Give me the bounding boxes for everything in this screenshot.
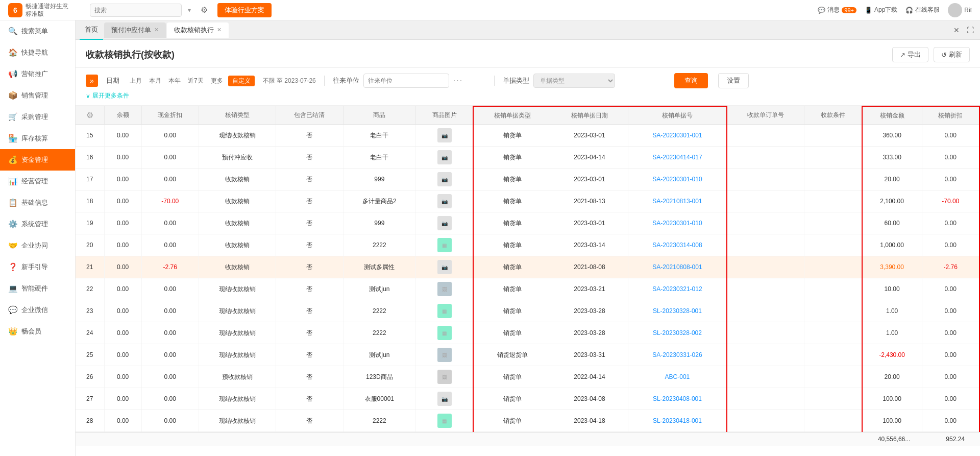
chevron-down-icon: ▾ [188,7,191,14]
tab-verify[interactable]: 收款核销执行 ✕ [167,22,229,38]
product-image: 📷 [437,392,452,406]
tab-bar-actions: ✕ ⛶ [951,25,976,35]
cell-collection-order [727,212,804,234]
party-input[interactable] [363,74,449,88]
table-footer: 40,556,66... 952.24 [76,432,980,446]
cell-cash-discount: 0.00 [141,234,199,256]
tab-close-window-button[interactable]: ✕ [951,25,962,35]
date-more-btn[interactable]: 更多 [209,76,225,86]
date-range-display: 不限 至 2023-07-26 [263,77,316,85]
bill-no-link[interactable]: SL-20230328-001 [653,307,702,315]
refresh-button[interactable]: ↺ 刷新 [934,47,970,62]
cell-bill-no: SA-20230301-010 [628,212,727,234]
sidebar-item-management[interactable]: 📊 经营管理 [0,171,75,192]
sidebar-item-basic-info[interactable]: 📋 基础信息 [0,192,75,213]
sidebar-item-marketing[interactable]: 📢 营销推广 [0,63,75,85]
bill-no-link[interactable]: ABC-001 [665,373,690,380]
date-7days-btn[interactable]: 近7天 [186,76,206,86]
tab-close-active-icon[interactable]: ✕ [217,27,222,33]
filter-toggle-button[interactable]: » [86,75,98,87]
date-this-year-btn[interactable]: 本年 [166,76,183,86]
online-service-button[interactable]: 🎧 在线客服 [905,6,940,14]
data-table: ⚙ 余额 现金折扣 核销类型 包含已结清 商品 商品图片 核销单据类型 核销单据… [76,106,980,432]
collab-icon: 🤝 [8,241,17,250]
message-button[interactable]: 💬 消息 99+ [818,6,856,14]
expand-more-button[interactable]: ∨ 展开更多条件 [86,91,970,100]
date-this-month-btn[interactable]: 本月 [147,76,163,86]
bill-type-select[interactable]: 单据类型 [533,74,615,88]
app-download-button[interactable]: 📱 App下载 [865,6,897,14]
bill-no-link[interactable]: SA-20230414-017 [652,154,702,161]
cell-collection-condition [804,322,862,344]
member-icon: 👑 [8,327,17,336]
query-button[interactable]: 查询 [674,73,708,88]
sidebar-item-search[interactable]: 🔍 搜索菜单 [0,20,75,42]
cell-balance: 0.00 [104,212,141,234]
bill-no-link[interactable]: SA-20210813-001 [652,198,702,205]
cell-id: 23 [76,300,104,322]
wechat-icon: 💬 [8,305,17,315]
cell-balance: 0.00 [104,366,141,388]
bill-no-link[interactable]: SA-20230314-008 [652,242,702,249]
bill-no-link[interactable]: SA-20230301-010 [652,220,702,227]
bill-no-link[interactable]: SA-20210808-001 [652,263,702,271]
sidebar-item-system[interactable]: ⚙️ 系统管理 [0,213,75,235]
cell-verify-type: 收款核销 [199,212,276,234]
bill-no-link[interactable]: SA-20230301-001 [652,132,702,139]
sidebar-item-collab[interactable]: 🤝 企业协同 [0,235,75,256]
date-options: 上月 本月 本年 近7天 更多 自定义 [128,76,255,86]
col-settings-icon[interactable]: ⚙ [86,111,93,119]
sidebar-item-guide[interactable]: ❓ 新手引导 [0,256,75,278]
bill-no-link[interactable]: SL-20230418-001 [653,417,702,424]
col-bill-type-header: 核销单据类型 [473,106,551,125]
tab-close-icon[interactable]: ✕ [154,27,159,33]
bill-no-link[interactable]: SL-20230408-001 [653,395,702,402]
export-button[interactable]: ↗ 导出 [892,47,928,62]
bill-no-link[interactable]: SA-20230301-010 [652,176,702,183]
cell-verify-amount: 1.00 [862,300,922,322]
cell-verify-type: 现结收款核销 [199,125,276,147]
cell-bill-date: 2021-08-13 [551,190,628,212]
cell-verify-amount: 20.00 [862,169,922,190]
sidebar-item-sales[interactable]: 📦 销售管理 [0,85,75,106]
table-row: 27 0.00 0.00 现结收款核销 否 衣服00001 📷 销货单 2023… [76,388,979,410]
sidebar-item-finance[interactable]: 💰 资金管理 [0,149,75,171]
cell-collection-condition [804,125,862,147]
sidebar-item-purchase[interactable]: 🛒 采购管理 [0,106,75,128]
settings-icon[interactable]: ⚙ [197,3,211,17]
date-custom-btn[interactable]: 自定义 [228,76,255,86]
bill-no-link[interactable]: SA-20230321-012 [652,285,702,293]
tab-prepay[interactable]: 预付冲应付单 ✕ [104,22,166,38]
bill-no-link[interactable]: SA-20230331-026 [652,351,702,358]
tab-maximize-button[interactable]: ⛶ [965,25,976,35]
cell-collection-order [727,322,804,344]
sidebar-item-member[interactable]: 👑 畅会员 [0,321,75,342]
cell-bill-no: SA-20210808-001 [628,256,727,278]
sidebar-item-hardware[interactable]: 💻 智能硬件 [0,278,75,299]
cell-bill-date: 2023-04-14 [551,147,628,169]
message-icon: 💬 [818,7,825,14]
tab-home[interactable]: 首页 [80,20,103,40]
user-area[interactable]: Rit [948,3,972,17]
table-settings-button[interactable]: 设置 [718,73,749,88]
sidebar-item-wechat[interactable]: 💬 企业微信 [0,299,75,321]
top-bar: 6 畅捷通谱好生意 标准版 ▾ ⚙ 体验行业方案 💬 消息 99+ 📱 App下… [0,0,980,20]
sidebar-item-quicknav[interactable]: 🏠 快捷导航 [0,42,75,63]
cell-bill-date: 2023-03-28 [551,322,628,344]
table-header: ⚙ 余额 现金折扣 核销类型 包含已结清 商品 商品图片 核销单据类型 核销单据… [76,106,979,125]
search-input[interactable] [90,4,182,17]
cell-cash-discount: 0.00 [141,410,199,432]
col-verify-type-header: 核销类型 [199,106,276,125]
date-last-month-btn[interactable]: 上月 [128,76,144,86]
sidebar-item-inventory[interactable]: 🏪 库存核算 [0,128,75,149]
cell-product: 衣服00001 [343,388,415,410]
product-image: 📷 [437,128,452,142]
industry-solution-button[interactable]: 体验行业方案 [217,3,272,17]
marketing-icon: 📢 [8,69,17,79]
main-content: 首页 预付冲应付单 ✕ 收款核销执行 ✕ ✕ ⛶ 收款核销执行(按收款) ↗ 导… [76,20,980,456]
bill-no-link[interactable]: SL-20230328-002 [653,329,702,337]
cell-balance: 0.00 [104,190,141,212]
cell-collection-order [727,147,804,169]
cell-cash-discount: 0.00 [141,147,199,169]
product-image: 📷 [437,194,452,208]
